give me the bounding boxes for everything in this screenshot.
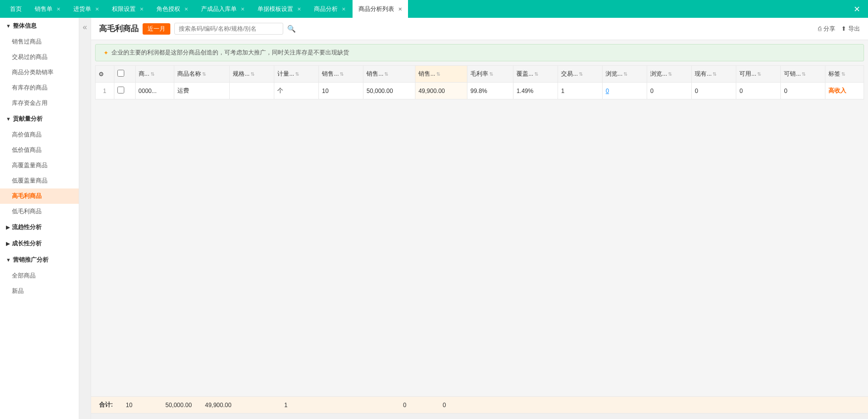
sidebar-item-stock-fund[interactable]: 库存资金占用	[0, 95, 79, 111]
sidebar-group-growth-arrow: ▶	[6, 241, 10, 246]
nav-permission-close[interactable]: ✕	[140, 6, 144, 12]
window-close-button[interactable]: ✕	[850, 4, 864, 14]
sidebar-item-traded-goods[interactable]: 交易过的商品	[0, 49, 79, 65]
col-name[interactable]: 商品名称 ⇅	[174, 66, 230, 83]
nav-purchase[interactable]: 进货单 ✕	[67, 0, 105, 18]
footer-label: 合计:	[99, 401, 113, 409]
sidebar-group-growth-label: 成长性分析	[12, 239, 42, 248]
nav-template[interactable]: 单据模板设置 ✕	[252, 0, 307, 18]
nav-purchase-label: 进货单	[73, 5, 91, 13]
content-area: 高毛利商品 近一月 🔍 ⎙ 分享 ⬆ 导出 ✦ 企业的主要的利润都是这部分商品创…	[91, 18, 868, 419]
table-row[interactable]: 1 0000... 运费 个 10 50,000.00 49,900.00 99…	[96, 83, 864, 99]
col-name-sort: ⇅	[202, 71, 206, 77]
table-footer: 合计: 10 50,000.00 49,900.00 1 0 0	[91, 396, 868, 413]
sidebar-collapse-button[interactable]: «	[79, 18, 91, 419]
col-coverage-sort: ⇅	[534, 71, 538, 77]
main-layout: ▼ 整体信息 销售过商品 交易过的商品 商品分类助销率 有库存的商品 库存资金占…	[0, 18, 868, 419]
sidebar-item-high-coverage[interactable]: 高覆盖量商品	[0, 158, 79, 173]
row-view1[interactable]: 0	[603, 83, 647, 99]
nav-analysis-list-close[interactable]: ✕	[398, 6, 402, 12]
col-unit[interactable]: 计量... ⇅	[274, 66, 319, 83]
sidebar-item-low-coverage[interactable]: 低覆盖量商品	[0, 173, 79, 188]
col-current-stock-sort: ⇅	[713, 71, 716, 77]
footer-empty2	[321, 402, 360, 409]
sidebar-group-overall-label: 整体信息	[13, 22, 37, 30]
sidebar-group-trend-label: 流趋性分析	[12, 223, 42, 232]
export-button[interactable]: ⬆ 导出	[841, 25, 860, 33]
data-table: ⚙ 商... ⇅ 商品名称	[95, 65, 864, 99]
col-available-stock[interactable]: 可用... ⇅	[736, 66, 781, 83]
nav-home[interactable]: 首页	[4, 0, 28, 18]
col-transaction-sort: ⇅	[579, 71, 583, 77]
col-settings[interactable]: ⚙	[96, 66, 114, 83]
nav-analysis-list[interactable]: 商品分析列表 ✕	[353, 0, 408, 18]
sidebar-item-low-value[interactable]: 低价值商品	[0, 142, 79, 158]
nav-analysis-list-label: 商品分析列表	[358, 5, 394, 13]
nav-analysis[interactable]: 商品分析 ✕	[308, 0, 352, 18]
sidebar-item-category-rate[interactable]: 商品分类助销率	[0, 65, 79, 80]
nav-finished-goods-close[interactable]: ✕	[241, 6, 245, 12]
nav-template-label: 单据模板设置	[257, 5, 293, 13]
col-code-sort: ⇅	[151, 71, 154, 77]
col-sales-amount[interactable]: 销售... ⇅	[363, 66, 415, 83]
sidebar-group-trend-arrow: ▶	[6, 225, 10, 230]
sidebar-group-contribution[interactable]: ▼ 贡献量分析	[0, 111, 79, 127]
search-input[interactable]	[174, 23, 283, 35]
nav-role[interactable]: 角色授权 ✕	[151, 0, 194, 18]
sidebar-group-trend[interactable]: ▶ 流趋性分析	[0, 219, 79, 235]
nav-sales[interactable]: 销售单 ✕	[29, 0, 66, 18]
sidebar-group-growth[interactable]: ▶ 成长性分析	[0, 235, 79, 252]
info-banner-text: 企业的主要的利润都是这部分商品创造的，可考虑加大推广，同时关注库存是不要出现缺货	[111, 48, 349, 57]
row-available-stock: 0	[736, 83, 781, 99]
sidebar-item-high-margin[interactable]: 高毛利商品	[0, 188, 79, 204]
nav-permission[interactable]: 权限设置 ✕	[106, 0, 150, 18]
nav-finished-goods[interactable]: 产成品入库单 ✕	[195, 0, 251, 18]
col-current-stock[interactable]: 现有... ⇅	[692, 66, 736, 83]
col-transaction-label: 交易...	[561, 70, 578, 78]
sidebar-item-sold-goods[interactable]: 销售过商品	[0, 34, 79, 49]
col-spec-sort: ⇅	[251, 71, 255, 77]
col-checkbox[interactable]	[114, 66, 135, 83]
col-code[interactable]: 商... ⇅	[135, 66, 174, 83]
sidebar-group-marketing-arrow: ▼	[6, 257, 11, 263]
row-checkbox[interactable]	[114, 83, 135, 99]
sidebar-group-marketing[interactable]: ▼ 营销推广分析	[0, 252, 79, 268]
col-transaction[interactable]: 交易... ⇅	[558, 66, 603, 83]
table-container[interactable]: ⚙ 商... ⇅ 商品名称	[91, 65, 868, 396]
search-icon[interactable]: 🔍	[287, 25, 296, 33]
col-saleable-stock[interactable]: 可销... ⇅	[781, 66, 825, 83]
sidebar-item-in-stock[interactable]: 有库存的商品	[0, 80, 79, 95]
sidebar-item-all-goods[interactable]: 全部商品	[0, 268, 79, 283]
nav-template-close[interactable]: ✕	[297, 6, 301, 12]
footer-sales-amount: 50,000.00	[162, 402, 202, 409]
share-button[interactable]: ⎙ 分享	[818, 25, 835, 33]
row-coverage: 1.49%	[513, 83, 558, 99]
col-view2-sort: ⇅	[668, 71, 672, 77]
row-sales-amount: 50,000.00	[363, 83, 415, 99]
nav-role-close[interactable]: ✕	[184, 6, 188, 12]
nav-purchase-close[interactable]: ✕	[95, 6, 99, 12]
col-saleable-stock-sort: ⇅	[802, 71, 806, 77]
sidebar-group-overall[interactable]: ▼ 整体信息	[0, 18, 79, 34]
col-sales-profit[interactable]: 销售... ⇅	[415, 66, 467, 83]
row-select-checkbox[interactable]	[117, 87, 124, 93]
col-view2[interactable]: 浏览... ⇅	[647, 66, 692, 83]
filter-button[interactable]: 近一月	[143, 23, 170, 35]
sidebar-item-high-value[interactable]: 高价值商品	[0, 127, 79, 142]
bottom-scrollbar[interactable]	[91, 413, 868, 419]
select-all-checkbox[interactable]	[117, 70, 124, 77]
col-tag-label: 标签	[828, 70, 840, 78]
col-sales-qty-label: 销售...	[322, 70, 339, 78]
col-view1[interactable]: 浏览... ⇅	[603, 66, 647, 83]
sidebar-item-low-margin[interactable]: 低毛利商品	[0, 204, 79, 219]
row-current-stock: 0	[692, 83, 736, 99]
col-tag[interactable]: 标签 ⇅	[825, 66, 864, 83]
col-sales-qty[interactable]: 销售... ⇅	[319, 66, 363, 83]
col-coverage[interactable]: 覆盖... ⇅	[513, 66, 558, 83]
nav-analysis-close[interactable]: ✕	[342, 6, 346, 12]
col-spec[interactable]: 规格... ⇅	[230, 66, 274, 83]
col-gross-margin[interactable]: 毛利率 ⇅	[467, 66, 513, 83]
sidebar-item-new-goods[interactable]: 新品	[0, 283, 79, 299]
nav-sales-close[interactable]: ✕	[56, 6, 60, 12]
footer-current-stock: 0	[400, 402, 440, 409]
